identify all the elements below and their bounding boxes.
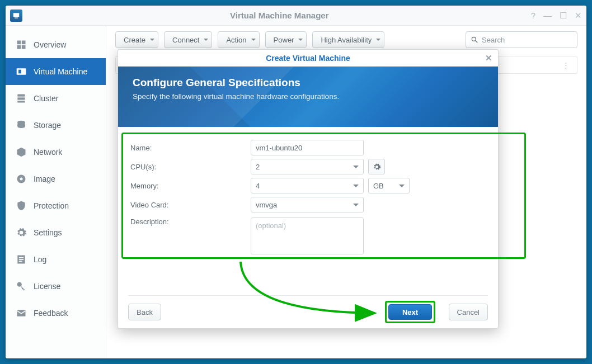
- sidebar-item-license[interactable]: License: [6, 273, 106, 300]
- svg-rect-9: [17, 97, 25, 100]
- license-icon: [16, 281, 27, 292]
- maximize-icon[interactable]: ☐: [560, 11, 567, 21]
- name-field[interactable]: vm1-ubuntu20: [251, 140, 364, 155]
- sidebar-item-label: Settings: [34, 228, 62, 237]
- image-icon: [16, 173, 27, 185]
- cancel-button[interactable]: Cancel: [449, 304, 488, 320]
- modal-title: Create Virtual Machine ✕: [118, 50, 498, 67]
- svg-line-21: [476, 41, 478, 43]
- svg-rect-15: [19, 257, 24, 258]
- sidebar-item-image[interactable]: Image: [6, 166, 106, 192]
- svg-rect-0: [13, 13, 20, 17]
- close-icon[interactable]: ✕: [575, 11, 582, 21]
- caret-down-icon: [353, 204, 359, 209]
- sidebar-item-label: Image: [34, 174, 55, 183]
- create-button[interactable]: Create: [115, 31, 158, 48]
- svg-rect-7: [18, 70, 21, 74]
- sidebar-item-label: Storage: [34, 121, 61, 130]
- back-button[interactable]: Back: [128, 304, 161, 320]
- sidebar-item-label: Virtual Machine: [34, 67, 87, 76]
- sidebar-item-storage[interactable]: Storage: [6, 112, 106, 139]
- caret-down-icon: [150, 39, 154, 43]
- label-cpu: CPU(s):: [130, 163, 251, 171]
- sidebar-item-protection[interactable]: Protection: [6, 192, 106, 219]
- sidebar-item-label: Log: [34, 255, 46, 264]
- svg-rect-16: [19, 259, 24, 260]
- sidebar-item-label: Protection: [34, 201, 69, 210]
- window-title: Virtual Machine Manager: [28, 11, 531, 20]
- vm-icon: [16, 66, 27, 77]
- svg-point-18: [17, 282, 22, 287]
- action-button[interactable]: Action: [218, 31, 259, 48]
- sidebar: Overview Virtual Machine Cluster Storage…: [6, 26, 106, 358]
- search-input[interactable]: Search: [466, 31, 577, 48]
- svg-rect-2: [17, 41, 21, 45]
- svg-rect-5: [22, 45, 26, 49]
- power-button[interactable]: Power: [265, 31, 307, 48]
- storage-icon: [16, 120, 27, 131]
- svg-point-13: [20, 178, 23, 181]
- caret-down-icon: [399, 185, 405, 190]
- modal-heading: Configure General Specifications: [133, 77, 483, 89]
- svg-rect-4: [17, 45, 21, 49]
- caret-down-icon: [353, 185, 359, 190]
- network-icon: [16, 146, 27, 158]
- toolbar: Create Connect Action Power High Availab…: [106, 26, 586, 48]
- caret-down-icon: [204, 39, 208, 43]
- description-field[interactable]: (optional): [251, 218, 364, 254]
- sidebar-item-network[interactable]: Network: [6, 139, 106, 166]
- app-window: Virtual Machine Manager ? — ☐ ✕ Overview…: [6, 6, 586, 358]
- memory-select[interactable]: 4: [251, 178, 364, 193]
- label-video: Video Card:: [130, 201, 251, 209]
- caret-down-icon: [298, 39, 303, 43]
- sidebar-item-label: License: [34, 282, 60, 291]
- modal-banner: Configure General Specifications Specify…: [118, 67, 498, 127]
- svg-rect-8: [17, 94, 25, 97]
- sidebar-item-label: Feedback: [34, 309, 68, 318]
- memory-unit-select[interactable]: GB: [368, 178, 410, 193]
- ha-button[interactable]: High Availability: [312, 31, 384, 48]
- sidebar-item-log[interactable]: Log: [6, 246, 106, 273]
- sidebar-item-feedback[interactable]: Feedback: [6, 300, 106, 327]
- minimize-icon[interactable]: —: [543, 11, 552, 21]
- connect-button[interactable]: Connect: [164, 31, 212, 48]
- sidebar-item-label: Network: [34, 148, 62, 157]
- titlebar: Virtual Machine Manager ? — ☐ ✕: [6, 6, 586, 26]
- gear-icon: [373, 163, 381, 171]
- sidebar-item-cluster[interactable]: Cluster: [6, 85, 106, 112]
- next-button[interactable]: Next: [388, 304, 432, 320]
- video-select[interactable]: vmvga: [251, 197, 364, 212]
- sidebar-item-label: Cluster: [34, 94, 58, 103]
- caret-down-icon: [251, 39, 256, 43]
- settings-icon: [16, 227, 27, 238]
- cpu-select[interactable]: 2: [251, 159, 364, 174]
- svg-rect-17: [19, 261, 22, 262]
- label-name: Name:: [130, 144, 251, 152]
- modal-close-icon[interactable]: ✕: [485, 53, 492, 63]
- svg-rect-10: [17, 101, 25, 102]
- label-description: Description:: [130, 218, 251, 226]
- protection-icon: [16, 200, 27, 211]
- sidebar-item-overview[interactable]: Overview: [6, 31, 106, 58]
- help-icon[interactable]: ?: [531, 11, 535, 21]
- overview-icon: [16, 39, 27, 50]
- vm-form: Name: vm1-ubuntu20 CPU(s): 2 Memory: 4 G…: [130, 138, 486, 254]
- feedback-icon: [16, 308, 27, 319]
- caret-down-icon: [353, 166, 359, 171]
- modal-divider: [128, 295, 488, 296]
- caret-down-icon: [376, 39, 380, 43]
- sidebar-item-label: Overview: [34, 40, 66, 49]
- svg-point-20: [472, 37, 476, 41]
- sidebar-item-settings[interactable]: Settings: [6, 219, 106, 246]
- create-vm-modal: Create Virtual Machine ✕ Configure Gener…: [118, 49, 499, 329]
- app-icon: [10, 10, 22, 22]
- search-placeholder: Search: [482, 36, 505, 44]
- list-more-icon[interactable]: ⋮: [562, 61, 570, 69]
- cluster-icon: [16, 93, 27, 104]
- sidebar-item-virtual-machine[interactable]: Virtual Machine: [6, 58, 106, 85]
- log-icon: [16, 254, 27, 265]
- svg-rect-1: [15, 17, 18, 18]
- window-controls: ? — ☐ ✕: [531, 11, 582, 21]
- search-icon: [471, 36, 478, 44]
- cpu-settings-button[interactable]: [368, 159, 385, 174]
